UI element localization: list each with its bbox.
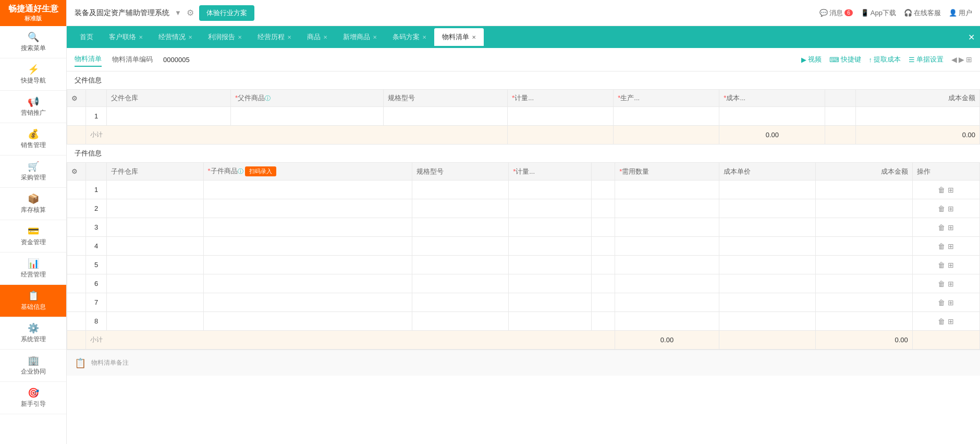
child-row2-copy-icon[interactable]: ⊞ xyxy=(948,205,954,213)
child-row3-copy-icon[interactable]: ⊞ xyxy=(948,223,954,232)
child-settings-icon[interactable]: ⚙ xyxy=(71,167,78,175)
sidebar-item-marketing[interactable]: 📢营销推广 xyxy=(0,91,66,123)
child-row2-spec[interactable] xyxy=(412,199,509,218)
child-row1-product[interactable] xyxy=(203,181,412,199)
nav-tab-close-4[interactable]: ✕ xyxy=(287,34,291,40)
child-row7-warehouse[interactable] xyxy=(107,293,204,312)
child-row4-delete-icon[interactable]: 🗑 xyxy=(938,242,945,250)
child-row2-unit[interactable] xyxy=(509,199,591,218)
parent-row1-cost[interactable] xyxy=(719,107,825,126)
child-row5-spec[interactable] xyxy=(412,256,509,274)
parent-row1-produce[interactable] xyxy=(614,107,719,126)
child-row3-spec[interactable] xyxy=(412,218,509,237)
child-row7-unit[interactable] xyxy=(509,293,591,312)
child-row1-copy-icon[interactable]: ⊞ xyxy=(948,186,954,194)
child-row5-qty[interactable] xyxy=(615,256,719,274)
sidebar-item-purchase[interactable]: 🛒采购管理 xyxy=(0,155,66,188)
nav-tab-close-7[interactable]: ✕ xyxy=(422,34,426,40)
scan-input-btn[interactable]: 扫码录入 xyxy=(245,166,276,176)
sidebar-item-quick-nav[interactable]: ⚡快捷导航 xyxy=(0,58,66,91)
nav-tab-8[interactable]: 物料清单✕ xyxy=(434,28,484,46)
child-row8-delete-icon[interactable]: 🗑 xyxy=(938,317,945,326)
nav-tab-close-8[interactable]: ✕ xyxy=(472,34,476,40)
child-row7-unit-cost[interactable] xyxy=(719,293,816,312)
child-row1-delete-icon[interactable]: 🗑 xyxy=(938,186,945,194)
nav-tab-close-3[interactable]: ✕ xyxy=(238,34,242,40)
settings-col-icon[interactable]: ⚙ xyxy=(71,94,78,102)
child-row6-warehouse[interactable] xyxy=(107,274,204,293)
child-row3-unit-cost[interactable] xyxy=(719,218,816,237)
child-row5-delete-icon[interactable]: 🗑 xyxy=(938,261,945,269)
child-row8-unit-cost[interactable] xyxy=(719,312,816,331)
nav-tab-4[interactable]: 经营历程✕ xyxy=(250,28,299,46)
child-row8-qty[interactable] xyxy=(615,312,719,331)
messages-item[interactable]: 💬 消息 6 xyxy=(819,8,853,18)
child-row4-warehouse[interactable] xyxy=(107,237,204,256)
child-row1-unit-cost[interactable] xyxy=(719,181,816,199)
sidebar-item-guide[interactable]: 🎯新手引导 xyxy=(0,382,66,414)
child-row6-unit[interactable] xyxy=(509,274,591,293)
child-row3-unit[interactable] xyxy=(509,218,591,237)
sidebar-item-basic-info[interactable]: 📋基础信息 xyxy=(0,285,66,317)
extract-cost-action[interactable]: ↑ 提取成本 xyxy=(869,55,901,64)
child-row6-qty[interactable] xyxy=(615,274,719,293)
child-row6-spec[interactable] xyxy=(412,274,509,293)
sub-tab-bom[interactable]: 物料清单 xyxy=(75,52,102,67)
sidebar-item-inventory[interactable]: 📦库存核算 xyxy=(0,188,66,220)
child-row2-warehouse[interactable] xyxy=(107,199,204,218)
shortcut-action[interactable]: ⌨ 快捷键 xyxy=(829,55,861,64)
child-row4-qty[interactable] xyxy=(615,237,719,256)
prev-arrow[interactable]: ◀ xyxy=(951,55,957,64)
expand-icon[interactable]: ⊞ xyxy=(966,55,972,64)
child-row3-product[interactable] xyxy=(203,218,412,237)
nav-tab-1[interactable]: 客户联络✕ xyxy=(101,28,151,46)
child-row6-delete-icon[interactable]: 🗑 xyxy=(938,280,945,288)
parent-row1-product[interactable] xyxy=(230,107,383,126)
child-row8-unit[interactable] xyxy=(509,312,591,331)
child-row6-product[interactable] xyxy=(203,274,412,293)
child-row1-warehouse[interactable] xyxy=(107,181,204,199)
parent-row1-spec[interactable] xyxy=(384,107,508,126)
sidebar-item-search[interactable]: 🔍搜索菜单 xyxy=(0,26,66,58)
child-row1-unit[interactable] xyxy=(509,181,591,199)
child-row7-product[interactable] xyxy=(203,293,412,312)
child-row7-qty[interactable] xyxy=(615,293,719,312)
sidebar-item-sales[interactable]: 💰销售管理 xyxy=(0,123,66,155)
child-row2-qty[interactable] xyxy=(615,199,719,218)
next-arrow[interactable]: ▶ xyxy=(959,55,964,64)
child-row8-product[interactable] xyxy=(203,312,412,331)
user-item[interactable]: 👤 用户 xyxy=(949,8,972,18)
sidebar-item-finance[interactable]: 💳资金管理 xyxy=(0,220,66,253)
sidebar-item-enterprise[interactable]: 🏢企业协同 xyxy=(0,350,66,382)
child-row8-spec[interactable] xyxy=(412,312,509,331)
video-action[interactable]: ▶ 视频 xyxy=(801,55,822,64)
nav-tab-5[interactable]: 商品✕ xyxy=(299,28,335,46)
child-row6-copy-icon[interactable]: ⊞ xyxy=(948,280,954,288)
child-row5-product[interactable] xyxy=(203,256,412,274)
nav-tab-close-2[interactable]: ✕ xyxy=(188,34,192,40)
child-row4-unit-cost[interactable] xyxy=(719,237,816,256)
nav-tab-2[interactable]: 经营情况✕ xyxy=(151,28,200,46)
nav-tab-7[interactable]: 条码方案✕ xyxy=(385,28,434,46)
child-row8-copy-icon[interactable]: ⊞ xyxy=(948,317,954,326)
nav-tab-0[interactable]: 首页 xyxy=(72,28,101,46)
trial-button[interactable]: 体验行业方案 xyxy=(199,5,254,21)
parent-row1-unit[interactable] xyxy=(508,107,614,126)
close-all-tabs[interactable]: ✕ xyxy=(968,32,975,42)
app-download-item[interactable]: 📱 App下载 xyxy=(861,8,896,18)
child-row4-product[interactable] xyxy=(203,237,412,256)
online-service-item[interactable]: 🎧 在线客服 xyxy=(904,8,941,18)
nav-tab-6[interactable]: 新增商品✕ xyxy=(335,28,385,46)
child-row5-copy-icon[interactable]: ⊞ xyxy=(948,261,954,269)
child-row5-unit[interactable] xyxy=(509,256,591,274)
nav-tab-close-6[interactable]: ✕ xyxy=(373,34,377,40)
child-row3-qty[interactable] xyxy=(615,218,719,237)
nav-tab-close-5[interactable]: ✕ xyxy=(323,34,327,40)
settings-icon[interactable]: ⚙ xyxy=(187,8,194,18)
child-row4-unit[interactable] xyxy=(509,237,591,256)
child-row8-warehouse[interactable] xyxy=(107,312,204,331)
child-row1-qty[interactable] xyxy=(615,181,719,199)
sidebar-item-system[interactable]: ⚙️系统管理 xyxy=(0,317,66,350)
child-row6-unit-cost[interactable] xyxy=(719,274,816,293)
sidebar-item-operations[interactable]: 📊经营管理 xyxy=(0,253,66,285)
